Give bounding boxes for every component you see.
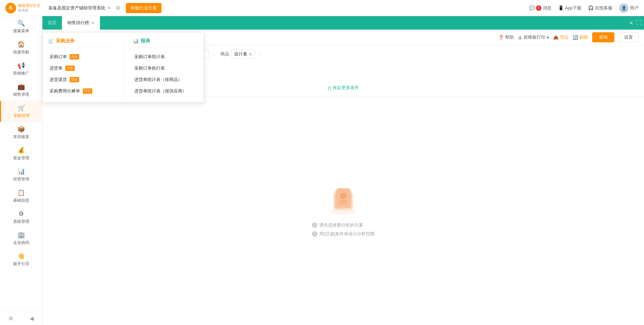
print-dropdown-icon: ▾ — [547, 35, 549, 40]
stock-return-badge: 历史 — [70, 77, 79, 82]
app-download-item[interactable]: 📱 App下载 — [558, 5, 581, 11]
query-button[interactable]: 查询 — [592, 32, 614, 42]
purchase-section: 🛒 采购业务 采购订单 历史 进货单 历史 进货退货 历史 采购费用分摊单 — [48, 38, 114, 97]
sidebar-item-purchase[interactable]: 🛒 采购管理 — [0, 101, 42, 122]
collapse-up-icon: ⋀ — [328, 85, 331, 90]
menu-item-stock-in-label: 进货单 — [49, 65, 63, 71]
report-section: 📊 报表 采购订单统计表 采购订单执行表 进货单统计表（按商品） 进货单统计表（… — [133, 38, 199, 97]
user-label: 用户 — [630, 5, 639, 11]
menu-item-stock-stats-supplier[interactable]: 进货单统计表（按供应商） — [133, 85, 199, 97]
menu-item-po-stats[interactable]: 采购订单统计表 — [133, 51, 199, 63]
dropdown-arrow-icon[interactable]: ▾ — [108, 5, 110, 10]
help-icon: ❓ — [498, 35, 504, 40]
capital-icon: 💰 — [17, 147, 25, 154]
collapse-button[interactable]: ⋀ 收起更多条件 — [328, 85, 359, 91]
export-icon: 📤 — [553, 35, 559, 40]
sidebar-label-enterprise: 企业协同 — [13, 240, 29, 246]
sidebar-item-quicknav[interactable]: 🏠 快捷导航 — [0, 37, 42, 58]
sidebar-item-inventory[interactable]: 📦 库存核算 — [0, 122, 42, 143]
refresh-button[interactable]: 🔄 刷新 — [573, 34, 588, 40]
tip-number-1: 1 — [312, 222, 317, 228]
sidebar-item-newbie[interactable]: 👋 新手引导 — [0, 249, 42, 270]
purchase-section-label: 采购业务 — [56, 38, 75, 44]
empty-tip-2: 2 用[过滤]条件来缩小分析范围 — [312, 230, 374, 238]
tip-text-2: 用[过滤]条件来缩小分析范围 — [319, 230, 374, 238]
newbie-icon: 👋 — [17, 252, 25, 260]
tab-close-icon[interactable]: ✕ — [91, 21, 95, 25]
menu-item-stock-stats-goods[interactable]: 进货单统计表（按商品） — [133, 74, 199, 85]
print-button[interactable]: 🖨 按模板打印 ▾ — [518, 34, 549, 40]
system-icon: ⚙ — [19, 210, 24, 217]
sidebar-label-system: 系统管理 — [13, 219, 29, 225]
sidebar-label-capital: 资金管理 — [13, 155, 29, 161]
refresh-icon: 🔄 — [573, 35, 578, 40]
sidebar-bottom: ⚙ ◀ — [0, 312, 42, 325]
settings-icon[interactable]: ⚙ — [116, 5, 120, 11]
sidebar-label-newbie: 新手引导 — [13, 261, 29, 267]
print-icon: 🖨 — [518, 35, 522, 40]
sidebar-item-marketing[interactable]: 📢 营销推广 — [0, 58, 42, 80]
sidebar-collapse-btn[interactable]: ◀ — [30, 315, 34, 322]
menu-item-stock-return[interactable]: 进货退货 历史 — [48, 74, 114, 85]
sidebar-item-sales[interactable]: 💼 销售管理 — [0, 80, 42, 101]
status-dots[interactable]: ··· — [211, 52, 215, 57]
sidebar-item-system[interactable]: ⚙ 系统管理 — [0, 207, 42, 228]
export-button[interactable]: 📤 导出 — [553, 34, 569, 40]
app-download-label: App下载 — [565, 5, 581, 11]
menu-item-stock-return-label: 进货退货 — [49, 77, 67, 83]
tab-home[interactable]: 首页 — [42, 16, 62, 30]
sidebar-settings-btn[interactable]: ⚙ — [8, 315, 13, 322]
sidebar-item-operations[interactable]: 📊 经营管理 — [0, 164, 42, 186]
home-icon: 🏠 — [17, 41, 25, 48]
settings-button[interactable]: 设置 — [618, 32, 639, 42]
tip-number-2: 2 — [312, 231, 317, 237]
menu-item-stock-in[interactable]: 进货单 历史 — [48, 63, 114, 74]
goods-tag-close-btn[interactable]: ✕ — [249, 52, 252, 57]
goods-dots[interactable]: ··· — [257, 52, 261, 57]
menu-item-po-exec[interactable]: 采购订单执行表 — [133, 63, 199, 74]
sales-icon: 💼 — [17, 83, 25, 90]
empty-tips: 1 请先选择要分析的方案 2 用[过滤]条件来缩小分析范围 — [312, 221, 374, 238]
logo-text: 畅捷通好生意 — [18, 3, 40, 8]
menu-item-po-stats-label: 采购订单统计表 — [134, 54, 165, 60]
goods-filter: 商品 设计素 ✕ ··· — [220, 49, 261, 59]
top-bar: 6 畅捷通好生意 标准版 装备及固定资产辅助管理系统 ▾ ⚙ 体验行业方案 💬 … — [0, 0, 644, 16]
goods-tag: 设计素 ✕ — [231, 49, 255, 59]
empty-area: 1 请先选择要分析的方案 2 用[过滤]条件来缩小分析范围 — [42, 96, 644, 325]
sidebar-item-capital[interactable]: 💰 资金管理 — [0, 143, 42, 164]
menu-item-purchase-order[interactable]: 采购订单 历史 — [48, 51, 114, 63]
tip-text-1: 请先选择要分析的方案 — [319, 221, 363, 230]
goods-tag-value: 设计素 — [234, 51, 247, 57]
sidebar-label-operations: 经营管理 — [13, 176, 29, 182]
collapse-label: 收起更多条件 — [333, 85, 359, 91]
notification-item[interactable]: 💬 5 消息 — [529, 5, 551, 11]
sidebar-label-marketing: 营销推广 — [13, 71, 29, 76]
online-service-item[interactable]: 🎧 在线客服 — [588, 5, 612, 11]
menu-item-stock-stats-goods-label: 进货单统计表（按商品） — [134, 77, 182, 83]
sidebar-item-enterprise[interactable]: 🏢 企业协同 — [0, 228, 42, 249]
menu-item-purchase-expense[interactable]: 采购费用分摊单 历史 — [48, 85, 114, 97]
report-section-icon: 📊 — [133, 38, 139, 44]
logo-icon: 6 — [5, 3, 16, 13]
sidebar-item-basicinfo[interactable]: 📋 基础信息 — [0, 186, 42, 207]
marketing-icon: 📢 — [17, 62, 25, 69]
tab-close-all-icon[interactable]: ✕ — [629, 20, 633, 26]
user-item[interactable]: 👤 用户 — [619, 3, 639, 13]
sidebar-item-search[interactable]: 🔍 搜索菜单 — [0, 16, 42, 37]
tab-sales-rank[interactable]: 销售排行榜 ✕ — [62, 16, 100, 30]
purchase-dropdown-menu: 🛒 采购业务 采购订单 历史 进货单 历史 进货退货 历史 采购费用分摊单 — [42, 32, 204, 103]
tab-expand-icon[interactable]: ⛶ — [636, 20, 641, 26]
sidebar-label-search: 搜索菜单 — [13, 28, 29, 34]
report-section-title: 📊 报表 — [133, 38, 199, 47]
headset-icon: 🎧 — [588, 5, 594, 10]
operations-icon: 📊 — [17, 168, 25, 175]
system-title: 装备及固定资产辅助管理系统 — [48, 5, 105, 11]
message-icon: 💬 — [529, 5, 535, 10]
user-avatar: 👤 — [619, 3, 629, 13]
industry-button[interactable]: 体验行业方案 — [126, 3, 162, 13]
export-label: 导出 — [560, 34, 569, 40]
help-button[interactable]: ❓ 帮助 — [498, 34, 514, 40]
report-section-label: 报表 — [141, 38, 150, 44]
menu-item-stock-stats-supplier-label: 进货单统计表（按供应商） — [134, 88, 187, 94]
svg-point-4 — [340, 193, 347, 199]
